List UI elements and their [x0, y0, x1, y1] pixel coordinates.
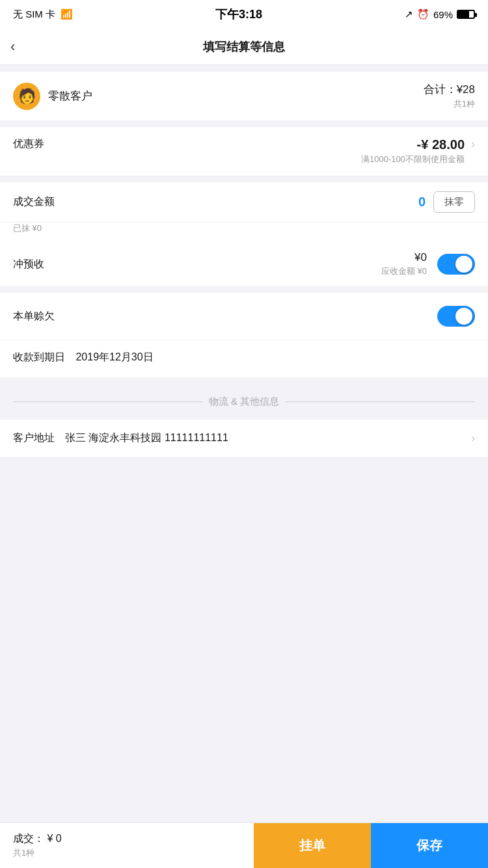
footer-transaction-value: ¥ 0 — [47, 833, 61, 844]
battery-fill — [458, 11, 469, 18]
toggle-knob — [455, 256, 472, 273]
coupon-values: -¥ 28.00 满1000-100不限制使用金额 — [361, 137, 465, 165]
save-button[interactable]: 保存 — [371, 823, 488, 869]
prepayment-sub: 应收金额 ¥0 — [381, 265, 427, 277]
footer-info: 成交： ¥ 0 共1种 — [0, 832, 254, 859]
date-value: 2019年12月30日 — [75, 351, 153, 362]
prepayment-values: ¥0 应收金额 ¥0 — [381, 251, 427, 277]
page-title: 填写结算等信息 — [203, 39, 285, 55]
customer-section: 🧑 零散客户 合计：¥28 共1种 — [0, 72, 488, 120]
footer: 成交： ¥ 0 共1种 挂单 保存 — [0, 822, 488, 868]
carrier-text: 无 SIM 卡 — [13, 8, 55, 21]
debt-label: 本单赊欠 — [13, 310, 55, 323]
footer-transaction-label: 成交： — [13, 833, 44, 844]
logistics-divider: 物流 & 其他信息 — [0, 384, 488, 420]
transaction-value[interactable]: 0 — [418, 195, 426, 210]
coupon-label: 优惠券 — [13, 137, 65, 151]
alarm-icon: ⏰ — [417, 8, 429, 20]
debt-toggle[interactable] — [437, 306, 475, 327]
prepayment-right: ¥0 应收金额 ¥0 — [381, 251, 475, 277]
date-label: 收款到期日 — [13, 351, 65, 362]
avatar-icon: 🧑 — [18, 88, 36, 105]
logistics-section: 物流 & 其他信息 — [0, 384, 488, 420]
address-label: 客户地址 — [13, 431, 65, 445]
customer-right: 合计：¥28 共1种 — [424, 82, 475, 110]
prepayment-amount: ¥0 — [381, 251, 427, 264]
address-row[interactable]: 客户地址 张三 海淀永丰科技园 11111111111 › — [0, 420, 488, 457]
status-time: 下午3:18 — [215, 7, 262, 22]
customer-name: 零散客户 — [48, 88, 92, 103]
battery-text: 69% — [433, 9, 453, 20]
date-row[interactable]: 收款到期日 2019年12月30日 — [0, 340, 488, 377]
footer-transaction: 成交： ¥ 0 — [13, 832, 241, 846]
coupon-amount: -¥ 28.00 — [417, 137, 465, 152]
prepayment-row: 冲预收 ¥0 应收金额 ¥0 — [0, 242, 488, 286]
round-zero-button[interactable]: 抹零 — [433, 191, 475, 213]
chevron-right-icon: › — [471, 137, 475, 151]
bottom-spacer — [0, 457, 488, 522]
transaction-input-group: 0 抹零 — [418, 191, 475, 213]
divider-line-left — [13, 401, 202, 402]
total-count: 共1种 — [424, 98, 475, 110]
coupon-row[interactable]: 优惠券 -¥ 28.00 满1000-100不限制使用金额 › — [0, 127, 488, 176]
debt-toggle-knob — [455, 308, 472, 325]
debt-section: 本单赊欠 收款到期日 2019年12月30日 — [0, 293, 488, 377]
coupon-right: -¥ 28.00 满1000-100不限制使用金额 › — [361, 137, 475, 165]
status-bar: 无 SIM 卡 📶 下午3:18 ↗ ⏰ 69% — [0, 0, 488, 29]
footer-count: 共1种 — [13, 847, 241, 859]
debt-row: 本单赊欠 — [0, 293, 488, 340]
transaction-section: 成交金额 0 抹零 已抹 ¥0 冲预收 ¥0 应收金额 ¥0 — [0, 182, 488, 286]
transaction-label: 成交金额 — [13, 195, 65, 209]
coupon-desc: 满1000-100不限制使用金额 — [361, 154, 465, 165]
wifi-icon: 📶 — [61, 8, 73, 20]
address-value: 张三 海淀永丰科技园 11111111111 — [65, 431, 467, 445]
prepayment-label: 冲预收 — [13, 258, 65, 271]
battery-bar — [457, 10, 475, 19]
nav-bar: ‹ 填写结算等信息 — [0, 29, 488, 65]
logistics-label: 物流 & 其他信息 — [209, 396, 279, 408]
transaction-row: 成交金额 0 抹零 — [0, 182, 488, 223]
transaction-sub: 已抹 ¥0 — [0, 223, 488, 242]
hang-order-button[interactable]: 挂单 — [254, 823, 371, 869]
customer-left: 🧑 零散客户 — [13, 83, 92, 110]
location-icon: ↗ — [405, 8, 413, 20]
total-amount: 合计：¥28 — [424, 82, 475, 97]
divider-line-right — [286, 401, 475, 402]
address-section: 客户地址 张三 海淀永丰科技园 11111111111 › — [0, 420, 488, 457]
coupon-section: 优惠券 -¥ 28.00 满1000-100不限制使用金额 › — [0, 127, 488, 176]
back-button[interactable]: ‹ — [10, 38, 15, 55]
status-right: ↗ ⏰ 69% — [405, 8, 475, 20]
address-chevron-icon: › — [471, 431, 475, 445]
main-content: 🧑 零散客户 合计：¥28 共1种 优惠券 -¥ 28.00 满1000-100… — [0, 72, 488, 522]
customer-avatar: 🧑 — [13, 83, 40, 110]
prepayment-toggle[interactable] — [437, 254, 475, 275]
status-left: 无 SIM 卡 📶 — [13, 8, 73, 21]
